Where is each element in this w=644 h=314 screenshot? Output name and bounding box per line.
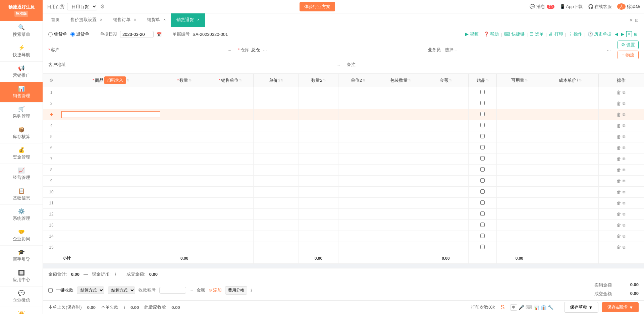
cost-info-icon[interactable]: ℹ [577,78,578,82]
tab-sales-order[interactable]: 销售订单 × [108,13,142,27]
delete-row-btn[interactable]: 🗑 [616,123,621,128]
delete-row-btn[interactable]: 🗑 [616,145,621,150]
gift-checkbox[interactable] [480,223,485,227]
gift-checkbox[interactable] [480,234,485,238]
gift-checkbox[interactable] [480,189,485,194]
copy-row-btn[interactable]: ⧉ [623,201,626,205]
tab-sales[interactable]: 销货单 × [142,13,171,27]
sort-unit-icon[interactable]: ⇅ [239,78,242,82]
radio-sales[interactable]: 销货单 [48,31,67,37]
sidebar-item-guide[interactable]: 🎓 新手引导 [0,246,43,266]
prev-btn[interactable]: ◀ [613,31,619,37]
sidebar-item-collab[interactable]: 🤝 企业协同 [0,225,43,246]
operation-btn[interactable]: ⋮ 操作 [567,30,584,38]
copy-row-btn[interactable]: ⧉ [623,123,626,128]
history-btn[interactable]: 🕐 历史单据 [586,30,613,38]
sidebar-item-basics[interactable]: 📋 基础信息 [0,184,43,205]
sort-amount-icon[interactable]: ⇅ [449,78,452,82]
shortcut-btn[interactable]: ⌨ 快捷键 [503,30,526,38]
tab-price-extract[interactable]: 售价提取设置 × [65,13,108,27]
copy-row-btn[interactable]: ⧉ [623,190,626,194]
salesperson-more-icon[interactable]: ··· [607,48,611,53]
copy-row-btn[interactable]: ⧉ [623,90,626,95]
user-avatar[interactable]: 人 徐泽华 [617,4,640,10]
copy-row-btn[interactable]: ⧉ [623,156,626,161]
calc-method-select[interactable]: 结算方式 [77,287,104,294]
delete-row-btn[interactable]: 🗑 [616,112,621,117]
gift-checkbox[interactable] [480,101,485,105]
trial-button[interactable]: 体验行业方案 [300,2,335,11]
sidebar-item-system[interactable]: ⚙️ 系统管理 [0,205,43,225]
close-window-icon[interactable]: ✕ [629,18,633,23]
salesperson-input[interactable] [443,47,605,53]
address-more-icon[interactable]: ··· [336,62,340,67]
copy-row-btn[interactable]: ⧉ [623,223,626,228]
close-sales-tab[interactable]: × [163,17,166,22]
copy-row-btn[interactable]: ⧉ [623,112,626,117]
gift-checkbox[interactable] [480,167,485,172]
close-sales-order-tab[interactable]: × [134,17,136,22]
copy-row-btn[interactable]: ⧉ [623,145,626,150]
online-service-link[interactable]: 🎧 在线客服 [588,4,612,10]
copy-row-btn[interactable]: ⧉ [623,179,626,183]
gift-checkbox[interactable] [480,123,485,127]
sidebar-item-sales[interactable]: 📊 销售管理 [0,82,43,103]
sidebar-item-marketing[interactable]: 📢 营销推广 [0,62,43,82]
select-btn[interactable]: ☰ 选单 [528,30,545,38]
tab-home[interactable]: 首页 [46,13,65,27]
sidebar-item-inventory[interactable]: 📦 库存核算 [0,123,43,143]
gift-checkbox[interactable] [480,211,485,216]
delete-row-btn[interactable]: 🗑 [616,234,621,239]
close-price-tab[interactable]: × [100,17,102,22]
gift-checkbox[interactable] [480,178,485,183]
print-btn[interactable]: 🖨 打印 [547,30,564,38]
sidebar-item-member[interactable]: 👑 畅会员 [0,307,43,314]
gift-checkbox[interactable] [480,156,485,161]
nav-gear-icon[interactable]: ⚙ [100,3,105,10]
delete-row-btn[interactable]: 🗑 [616,245,621,250]
dropdown-icon[interactable]: ▼ [589,305,593,310]
save-draft-btn[interactable]: 保存草稿 ▼ [564,302,599,313]
tab-sales-return[interactable]: 销货退货 × [171,13,205,27]
sidebar-item-quick-nav[interactable]: ⚡ 快捷导航 [0,41,43,62]
gift-checkbox[interactable] [480,134,485,138]
copy-row-btn[interactable]: ⧉ [623,212,626,216]
radio-return[interactable]: 退货单 [70,31,89,37]
delete-row-btn[interactable]: 🗑 [616,167,621,173]
summary-method-select[interactable]: 结算方式 [108,287,135,294]
logistics-btn[interactable]: + 物流 [618,51,639,59]
app-download-link[interactable]: 📱 App下载 [560,4,583,10]
maximize-icon[interactable]: ⊡ [635,18,639,23]
calendar-icon[interactable]: 📅 [156,32,162,37]
notes-input[interactable] [358,61,639,68]
save-new-btn[interactable]: 保存&新增 ▼ [602,302,639,312]
settings-btn[interactable]: ⚙ 设置 [618,41,639,49]
price-info-icon[interactable]: ℹ [278,78,280,82]
list-view-btn[interactable]: ≡ [626,31,632,37]
delete-row-btn[interactable]: 🗑 [616,200,621,206]
col-gear-icon[interactable]: ⚙ [49,78,53,83]
delete-row-btn[interactable]: 🗑 [616,156,621,162]
sort-pack-icon[interactable]: ⇅ [408,78,411,82]
delete-row-btn[interactable]: 🗑 [616,101,621,106]
fee-split-btn[interactable]: 费用分摊 [225,286,247,295]
address-input[interactable] [68,61,334,68]
account-input[interactable] [159,287,186,294]
sidebar-item-operations[interactable]: 📈 经营管理 [0,164,43,184]
sort-price-icon[interactable]: ⇅ [280,78,283,82]
col-gear[interactable]: ⚙ [43,74,60,87]
module-select[interactable]: 日用百货 [67,3,97,10]
message-item[interactable]: 💬 消息 70 [530,4,554,10]
delete-row-btn[interactable]: 🗑 [616,134,621,139]
sort-available-icon[interactable]: ⇅ [525,78,528,82]
sort-qty-icon[interactable]: ⇅ [189,78,192,82]
delete-row-btn[interactable]: 🗑 [616,223,621,228]
copy-row-btn[interactable]: ⧉ [623,134,626,139]
customer-input[interactable] [61,47,226,53]
delete-row-btn[interactable]: 🗑 [616,90,621,95]
copy-row-btn[interactable]: ⧉ [623,168,626,172]
copy-row-btn[interactable]: ⧉ [623,101,626,106]
delete-row-btn[interactable]: 🗑 [616,178,621,184]
customer-more-icon[interactable]: ··· [228,48,231,53]
gift-checkbox[interactable] [480,112,485,116]
